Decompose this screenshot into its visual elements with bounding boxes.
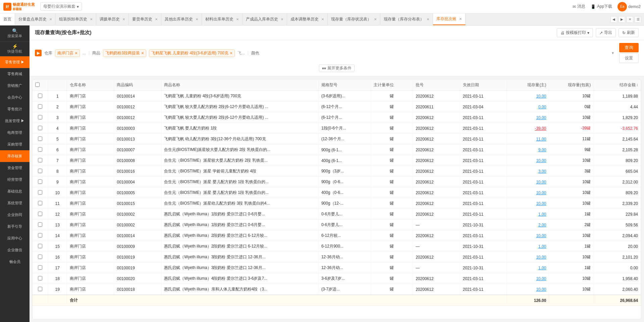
sidebar-item-operation[interactable]: 经营管理 [0,174,30,185]
message-btn[interactable]: ✉ 消息 [573,4,585,9]
cell-qty-main[interactable]: 11.00 [507,134,549,145]
cell-checkbox[interactable] [33,134,48,145]
filter-expand-btn[interactable]: ▶ [35,50,42,56]
close-icon[interactable]: ✕ [459,17,462,21]
cell-qty-main[interactable]: 10.00 [507,91,549,102]
org-selector[interactable]: 母婴行业演示账套 ▾ [40,2,82,11]
sidebar-item-app-center[interactable]: 应用中心 [0,232,30,244]
sidebar-item-finance[interactable]: 资金管理 [0,162,30,174]
close-icon[interactable]: ✕ [427,17,429,21]
sidebar-item-inventory[interactable]: 库存核算 [0,150,30,162]
cell-qty-main[interactable]: 10.00 [507,230,549,241]
sidebar-item-basic[interactable]: 基础信息 [0,185,30,197]
cell-checkbox[interactable] [33,220,48,230]
select-all-checkbox[interactable] [35,83,40,87]
tab-stock-status[interactable]: 现存量（库存状况表） ✕ [328,13,380,25]
cell-qty-main[interactable]: 10.00 [507,155,549,166]
tab-menu-btn[interactable]: ☰ [635,16,641,23]
cell-checkbox[interactable] [33,252,48,263]
cell-checkbox[interactable] [33,155,48,166]
user-menu[interactable]: Ea demo2 [618,2,641,11]
sidebar-item-purchase[interactable]: 采购管理 [0,139,30,150]
close-icon[interactable]: ✕ [321,17,324,21]
cell-qty-main[interactable]: 10.00 [507,187,549,198]
cell-checkbox[interactable] [33,102,48,112]
product-tag-1-close[interactable]: ✕ [141,51,144,55]
tab-other-out-history[interactable]: 其他出库单历史 ✕ [161,13,202,25]
cell-qty-main[interactable]: 1.00 [507,241,549,252]
sidebar-item-retail-stats[interactable]: 零售统计 [0,103,30,115]
cell-checkbox[interactable] [33,112,48,123]
tab-transfer-history[interactable]: 调拨单历史 ✕ [96,13,129,25]
search-btn[interactable]: 查询 [619,43,639,52]
sidebar-item-guide[interactable]: 新手引导 [0,221,30,232]
tab-close-btn[interactable]: ✕ [627,16,633,23]
cell-qty-main[interactable]: 10.00 [507,284,549,295]
close-icon[interactable]: ✕ [90,17,93,21]
tab-product-in-history[interactable]: 产成品入库单历史 ✕ [243,13,287,25]
sidebar-item-vip[interactable]: 畅会员 [0,256,30,268]
cell-qty-main[interactable]: 2.00 [507,220,549,230]
sidebar-item-ecommerce[interactable]: 电商管理 [0,127,30,139]
cell-checkbox[interactable] [33,273,48,284]
sidebar-item-retail-shop[interactable]: 零售商城 [0,68,30,80]
sidebar-search-label[interactable]: 搜索菜单 [3,34,27,39]
print-btn[interactable]: 🖨 按模板打印 ▾ [557,28,593,37]
cell-checkbox[interactable] [33,177,48,187]
cell-qty-main[interactable]: 10.00 [507,198,549,209]
close-icon[interactable]: ✕ [196,17,198,21]
sidebar-item-system[interactable]: 系统管理 [0,197,30,209]
cell-qty-main[interactable]: 10.00 [507,112,549,123]
cell-checkbox[interactable] [33,230,48,241]
cell-qty-main[interactable]: 0.00 [507,102,549,112]
close-icon[interactable]: ✕ [155,17,158,21]
tab-material-out-history[interactable]: 材料出库单历史 ✕ [202,13,243,25]
sidebar-item-enterprise-wechat[interactable]: 企业微信 [0,244,30,256]
sidebar-search[interactable]: 🔍 搜索菜单 [0,25,30,42]
tab-prev-btn[interactable]: ◀ [610,16,617,23]
sidebar-quicknav[interactable]: ⚡ 快捷导航 [0,42,30,56]
app-download-btn[interactable]: 📱 App下载 [591,4,612,9]
warehouse-tag-close[interactable]: ✕ [75,51,77,55]
close-icon[interactable]: ✕ [281,17,283,21]
cell-checkbox[interactable] [33,91,48,102]
tab-batch-account[interactable]: 库存批次账 ✕ [433,13,466,25]
cell-qty-main[interactable]: 10.00 [507,177,549,187]
cell-qty-main[interactable]: 10.00 [507,273,549,284]
tab-cost-adjust-history[interactable]: 成本调整单历史 ✕ [287,13,328,25]
cell-checkbox[interactable] [33,145,48,155]
tab-stock-dist[interactable]: 现存量（库存分布表） ✕ [380,13,433,25]
cell-checkbox[interactable] [33,241,48,252]
cell-qty-main[interactable]: 1.00 [507,209,549,220]
tab-next-btn[interactable]: ▶ [619,16,625,23]
cell-qty-main[interactable]: 10.00 [507,252,549,263]
cell-qty-main[interactable]: 3.00 [507,166,549,177]
cell-checkbox[interactable] [33,284,48,295]
refresh-btn[interactable]: ↻ 刷新 [619,28,639,37]
sidebar-quicknav-label[interactable]: 快捷导航 [0,49,30,54]
tab-purchase-history[interactable]: 要货单历史 ✕ [129,13,161,25]
tab-split-history[interactable]: 分量盘点单历史 ✕ [15,13,56,25]
export-btn[interactable]: ↗ 导出 [596,28,616,37]
close-icon[interactable]: ✕ [49,17,52,21]
sidebar-item-wholesale[interactable]: 批发管理 ▶ [0,115,30,127]
sidebar-item-retail[interactable]: 零售管理 ▶ [0,56,30,68]
product-tag-2-close[interactable]: ✕ [230,51,232,55]
tab-dismantle-history[interactable]: 组装拆卸单历史 ✕ [56,13,96,25]
sidebar-item-member[interactable]: 会员中心 [0,92,30,103]
cell-checkbox[interactable] [33,209,48,220]
close-icon[interactable]: ✕ [122,17,125,21]
setting-btn[interactable]: 设置 [619,53,639,63]
close-icon[interactable]: ✕ [236,17,239,21]
th-checkbox[interactable] [33,79,48,91]
cell-checkbox[interactable] [33,263,48,273]
cell-checkbox[interactable] [33,187,48,198]
close-icon[interactable]: ✕ [374,17,377,21]
sidebar-item-enterprise[interactable]: 企业协同 [0,209,30,221]
sidebar-item-marketing[interactable]: 营销推广 [0,80,30,92]
cell-qty-main[interactable]: -39.00 [507,123,549,134]
cell-qty-main[interactable]: 1.00 [507,263,549,273]
cell-checkbox[interactable] [33,166,48,177]
tab-home[interactable]: 首页 [0,13,15,25]
cell-checkbox[interactable] [33,123,48,134]
